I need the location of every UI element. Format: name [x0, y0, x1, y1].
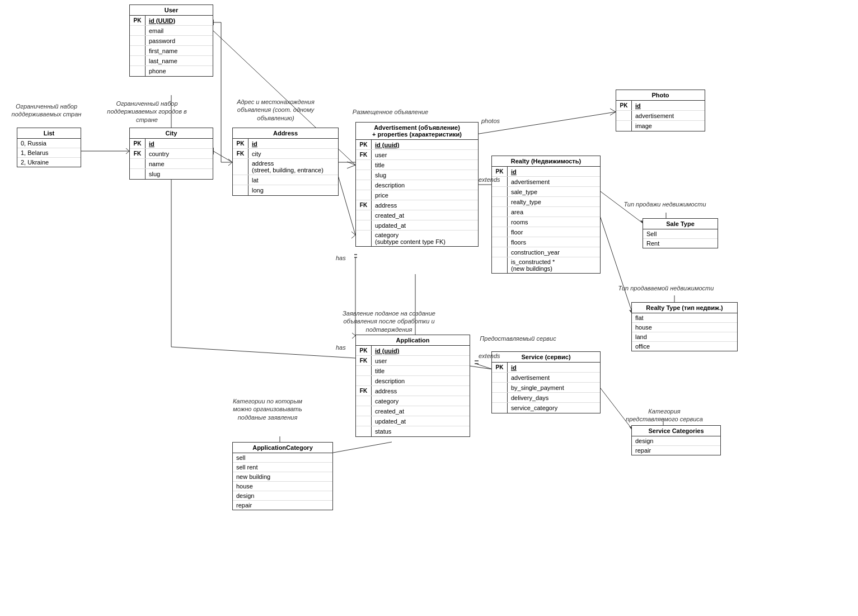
- app-updated-row: updated_at: [356, 416, 470, 426]
- svg-line-45: [599, 213, 632, 313]
- list-item: 1, Belarus: [17, 148, 81, 158]
- realty-saletype-pk: [492, 187, 508, 196]
- city-id-row: PK id: [130, 139, 213, 149]
- svg-line-21: [610, 109, 616, 112]
- address-long-field: long: [249, 186, 267, 195]
- user-entity: User PK id (UUID) email password first_n…: [129, 4, 213, 77]
- service-categories-title: Service Categories: [632, 426, 720, 436]
- user-id-pk: PK: [130, 16, 146, 25]
- realty-constyear-pk: [492, 247, 508, 257]
- realty-rooms-pk: [492, 217, 508, 227]
- svg-line-28: [476, 364, 493, 369]
- photo-title: Photo: [616, 90, 705, 101]
- realty-id-pk: PK: [492, 167, 508, 176]
- adv-id-field: id (uuid): [372, 140, 402, 149]
- adv-user-row: FK user: [356, 150, 478, 160]
- service-adv-row: advertisement: [492, 373, 600, 383]
- label-photos: photos: [481, 117, 500, 124]
- user-email-pk: [130, 26, 146, 35]
- service-category-pk: [492, 403, 508, 413]
- annotation-advertisement: Размещенное объявление: [347, 108, 434, 116]
- address-id-pk: PK: [233, 139, 249, 148]
- app-address-field: address: [372, 387, 400, 396]
- sale-type-entity: Sale Type Sell Rent: [643, 218, 718, 248]
- app-id-row: PK id (uuid): [356, 346, 470, 356]
- realty-saletype-row: sale_type: [492, 187, 600, 197]
- service-title: Service (сервис): [492, 352, 600, 363]
- city-country-row: FK country: [130, 149, 213, 159]
- photo-adv-field: advertisement: [632, 111, 677, 120]
- annotation-app-categories: Категории по которымможно организовывать…: [217, 397, 318, 421]
- app-description-field: description: [372, 377, 408, 385]
- realty-area-field: area: [508, 208, 527, 217]
- app-address-row: FK address: [356, 386, 470, 396]
- svg-line-17: [351, 235, 355, 238]
- annotation-application: Заявление поданое на созданиеобъявления …: [330, 309, 448, 333]
- city-slug-row: slug: [130, 169, 213, 179]
- adv-description-pk: [356, 180, 372, 190]
- city-name-field: name: [146, 159, 168, 168]
- adv-address-field: address: [372, 201, 400, 210]
- app-user-row: FK user: [356, 356, 470, 366]
- address-entity: Address PK id FK city address(street, bu…: [232, 128, 339, 196]
- svg-line-15: [336, 168, 355, 235]
- adv-updated-row: updated_at: [356, 220, 478, 231]
- adv-title-pk: [356, 160, 372, 170]
- adv-updated-pk: [356, 220, 372, 230]
- app-title-pk: [356, 366, 372, 375]
- app-description-pk: [356, 376, 372, 385]
- city-country-fk: FK: [130, 149, 146, 158]
- adv-address-fk: FK: [356, 200, 372, 210]
- city-country-field: country: [146, 149, 172, 158]
- realty-rooms-row: rooms: [492, 217, 600, 227]
- user-password-row: password: [130, 36, 213, 46]
- app-cat-house: house: [233, 482, 332, 491]
- service-cat-repair: repair: [632, 446, 720, 455]
- realty-floor-pk: [492, 227, 508, 237]
- adv-slug-field: slug: [372, 171, 390, 180]
- adv-id-row: PK id (uuid): [356, 140, 478, 150]
- realty-realtytype-row: realty_type: [492, 197, 600, 207]
- service-delivery-field: delivery_days: [508, 393, 552, 402]
- annotation-limited-countries: Ограниченный наборподдерживаемых стран: [10, 102, 83, 119]
- user-id-field: id (UUID): [146, 16, 179, 25]
- annotation-service: Предоставляемый сервис: [475, 335, 561, 342]
- photo-image-pk: [616, 121, 632, 131]
- adv-category-row: category(subtype content type FK): [356, 231, 478, 246]
- annotation-sale-type: Тип продажи недвижимости: [620, 200, 710, 208]
- address-id-row: PK id: [233, 139, 338, 149]
- svg-line-1: [347, 162, 355, 165]
- city-title: City: [130, 128, 213, 139]
- adv-created-field: created_at: [372, 211, 407, 220]
- user-password-field: password: [146, 36, 179, 45]
- service-cat-design: design: [632, 436, 720, 446]
- app-status-row: status: [356, 426, 470, 436]
- adv-description-field: description: [372, 181, 408, 190]
- service-adv-field: advertisement: [508, 373, 553, 382]
- user-lastname-field: last_name: [146, 57, 181, 65]
- realty-id-row: PK id: [492, 167, 600, 177]
- address-long-row: long: [233, 185, 338, 195]
- label-has-app: has: [336, 344, 346, 351]
- user-title: User: [130, 5, 213, 16]
- adv-user-field: user: [372, 151, 390, 159]
- service-singlepay-row: by_single_payment: [492, 383, 600, 393]
- photo-image-row: image: [616, 121, 705, 131]
- city-slug-field: slug: [146, 170, 163, 178]
- address-city-field: city: [249, 149, 265, 158]
- annotation-limited-cities: Ограниченный наборподдерживаемых городов…: [101, 100, 193, 124]
- annotation-service-cat: Категорияпредставляемого сервиса: [620, 407, 709, 424]
- user-phone-row: phone: [130, 66, 213, 76]
- app-cat-sell: sell: [233, 453, 332, 463]
- app-id-pk: PK: [356, 346, 372, 355]
- adv-created-row: created_at: [356, 210, 478, 220]
- svg-line-22: [610, 112, 616, 115]
- adv-title-field: title: [372, 161, 388, 170]
- realty-title: Realty (Недвижимость): [492, 156, 600, 167]
- sale-type-sell: Sell: [643, 229, 718, 239]
- address-lat-pk: [233, 175, 249, 185]
- adv-price-pk: [356, 190, 372, 200]
- city-id-field: id: [146, 139, 158, 148]
- photo-entity: Photo PK id advertisement image: [616, 90, 705, 131]
- realty-realtytype-pk: [492, 197, 508, 206]
